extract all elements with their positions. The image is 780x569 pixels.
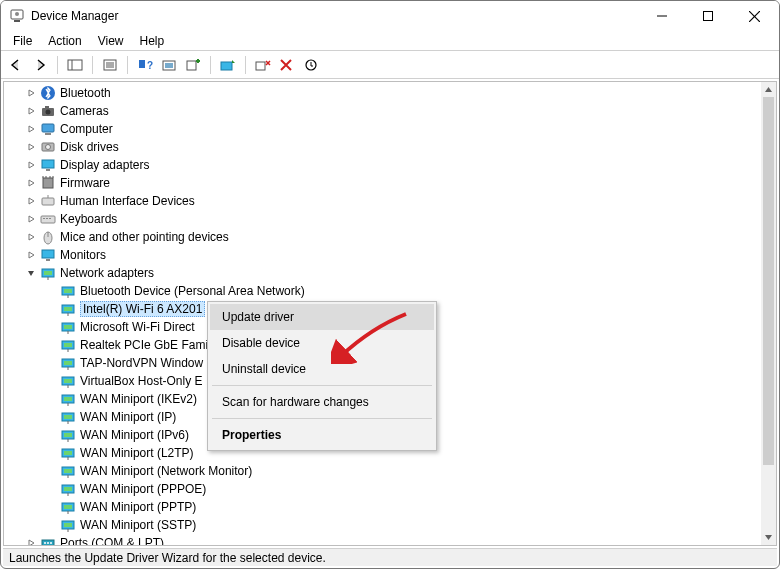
disable-button[interactable] xyxy=(276,54,298,76)
chevron-right-icon[interactable] xyxy=(24,248,38,262)
update-driver-button[interactable] xyxy=(217,54,239,76)
network-adapter-icon xyxy=(60,301,76,317)
tree-category-ports[interactable]: Ports (COM & LPT) xyxy=(4,534,761,545)
menu-action[interactable]: Action xyxy=(40,32,89,50)
menu-help[interactable]: Help xyxy=(132,32,173,50)
tree-device[interactable]: WAN Miniport (PPPOE) xyxy=(4,480,761,498)
device-label: WAN Miniport (IPv6) xyxy=(80,428,189,442)
scan-button[interactable] xyxy=(158,54,180,76)
menu-file[interactable]: File xyxy=(5,32,40,50)
camera-icon xyxy=(40,103,56,119)
tree-category[interactable]: Disk drives xyxy=(4,138,761,156)
svg-rect-21 xyxy=(256,62,265,70)
svg-rect-4 xyxy=(704,12,713,21)
context-menu: Update driverDisable deviceUninstall dev… xyxy=(207,301,437,451)
tree-device[interactable]: Bluetooth Device (Personal Area Network) xyxy=(4,282,761,300)
svg-rect-82 xyxy=(64,469,72,473)
svg-text:?: ? xyxy=(147,60,153,71)
scroll-down-button[interactable] xyxy=(761,530,776,545)
chevron-right-icon[interactable] xyxy=(24,212,38,226)
category-label: Keyboards xyxy=(60,212,117,226)
tree-category-network[interactable]: Network adapters xyxy=(4,264,761,282)
svg-rect-16 xyxy=(165,63,173,68)
svg-rect-43 xyxy=(49,218,51,219)
chevron-right-icon[interactable] xyxy=(24,158,38,172)
network-adapter-icon xyxy=(60,445,76,461)
tree-category[interactable]: Human Interface Devices xyxy=(4,192,761,210)
context-menu-item[interactable]: Update driver xyxy=(210,304,434,330)
chevron-right-icon[interactable] xyxy=(24,194,38,208)
status-bar: Launches the Update Driver Wizard for th… xyxy=(3,548,777,566)
chevron-right-icon[interactable] xyxy=(24,86,38,100)
context-menu-item[interactable]: Properties xyxy=(210,422,434,448)
status-text: Launches the Update Driver Wizard for th… xyxy=(9,551,326,565)
category-label: Display adapters xyxy=(60,158,149,172)
tree-category[interactable]: Display adapters xyxy=(4,156,761,174)
app-icon xyxy=(9,8,25,24)
scroll-thumb[interactable] xyxy=(763,97,774,465)
svg-rect-70 xyxy=(64,397,72,401)
tree-device[interactable]: WAN Miniport (PPTP) xyxy=(4,498,761,516)
svg-rect-91 xyxy=(64,523,72,527)
close-button[interactable] xyxy=(731,1,777,31)
context-menu-item[interactable]: Disable device xyxy=(210,330,434,356)
category-label: Ports (COM & LPT) xyxy=(60,536,164,545)
chevron-down-icon[interactable] xyxy=(24,266,38,280)
tree-device[interactable]: WAN Miniport (SSTP) xyxy=(4,516,761,534)
scroll-track[interactable] xyxy=(761,97,776,530)
svg-point-25 xyxy=(46,110,51,115)
category-label: Network adapters xyxy=(60,266,154,280)
svg-rect-38 xyxy=(42,198,54,205)
svg-rect-41 xyxy=(43,218,45,219)
tree-category[interactable]: Firmware xyxy=(4,174,761,192)
add-hardware-button[interactable] xyxy=(182,54,204,76)
help-button[interactable]: ? xyxy=(134,54,156,76)
context-menu-item[interactable]: Scan for hardware changes xyxy=(210,389,434,415)
tree-category[interactable]: Cameras xyxy=(4,102,761,120)
chevron-right-icon[interactable] xyxy=(24,122,38,136)
network-adapter-icon xyxy=(60,409,76,425)
vertical-scrollbar[interactable] xyxy=(761,82,776,545)
chevron-right-icon[interactable] xyxy=(24,230,38,244)
chevron-right-icon[interactable] xyxy=(24,104,38,118)
network-adapter-icon xyxy=(60,481,76,497)
chevron-right-icon[interactable] xyxy=(24,176,38,190)
uninstall-button[interactable] xyxy=(252,54,274,76)
properties-button[interactable] xyxy=(99,54,121,76)
show-hide-console-button[interactable] xyxy=(64,54,86,76)
tree-category[interactable]: Bluetooth xyxy=(4,84,761,102)
tree-category[interactable]: Mice and other pointing devices xyxy=(4,228,761,246)
device-label: WAN Miniport (PPTP) xyxy=(80,500,196,514)
tree-category[interactable]: Keyboards xyxy=(4,210,761,228)
svg-rect-1 xyxy=(14,20,20,22)
chevron-right-icon[interactable] xyxy=(24,536,38,545)
svg-rect-31 xyxy=(42,160,54,168)
tree-category[interactable]: Monitors xyxy=(4,246,761,264)
chevron-right-icon[interactable] xyxy=(24,140,38,154)
device-label: WAN Miniport (Network Monitor) xyxy=(80,464,252,478)
firmware-icon xyxy=(40,175,56,191)
hid-icon xyxy=(40,193,56,209)
menu-view[interactable]: View xyxy=(90,32,132,50)
forward-button[interactable] xyxy=(29,54,51,76)
svg-rect-49 xyxy=(44,271,52,275)
display-icon xyxy=(40,157,56,173)
monitor-icon xyxy=(40,247,56,263)
network-icon xyxy=(40,265,56,281)
back-button[interactable] xyxy=(5,54,27,76)
minimize-button[interactable] xyxy=(639,1,685,31)
enable-button[interactable] xyxy=(300,54,322,76)
tree-category[interactable]: Computer xyxy=(4,120,761,138)
context-menu-item[interactable]: Uninstall device xyxy=(210,356,434,382)
tree-device[interactable]: WAN Miniport (Network Monitor) xyxy=(4,462,761,480)
svg-point-2 xyxy=(15,12,19,16)
category-label: Computer xyxy=(60,122,113,136)
toolbar: ? xyxy=(1,51,779,79)
svg-rect-7 xyxy=(68,60,82,70)
svg-rect-40 xyxy=(41,216,55,223)
maximize-button[interactable] xyxy=(685,1,731,31)
svg-rect-64 xyxy=(64,361,72,365)
scroll-up-button[interactable] xyxy=(761,82,776,97)
category-label: Disk drives xyxy=(60,140,119,154)
disk-icon xyxy=(40,139,56,155)
